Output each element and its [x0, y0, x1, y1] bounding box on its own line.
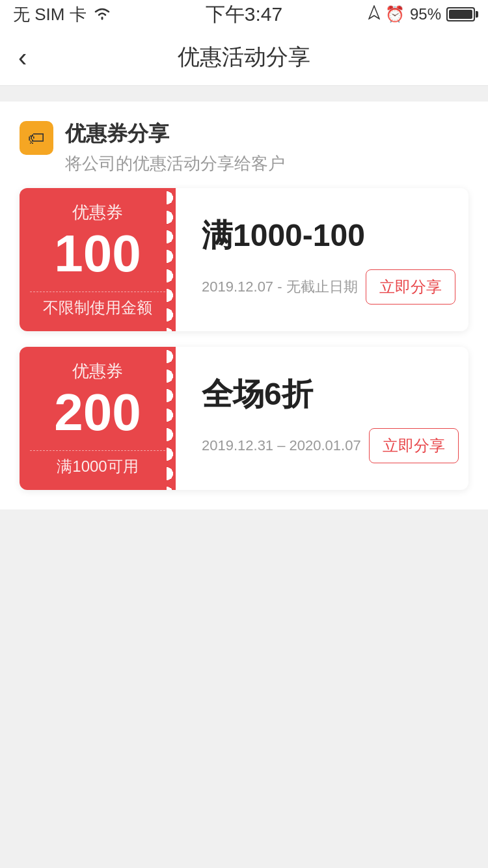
section-icon: 🏷 — [20, 121, 53, 155]
section-subtitle: 将公司的优惠活动分享给客户 — [65, 152, 285, 175]
coupon-date-1: 2019.12.07 - 无截止日期 — [202, 277, 358, 297]
coupon-right-1: 满1000-100 2019.12.07 - 无截止日期 立即分享 — [176, 188, 468, 331]
coupon-condition-2: 满1000可用 — [57, 456, 138, 477]
coupon-date-2: 2019.12.31 – 2020.01.07 — [202, 437, 361, 454]
coupon-card-1: 优惠券 100 不限制使用金额 满1000-100 2019.12.07 - 无… — [20, 188, 468, 331]
location-icon — [368, 5, 380, 23]
share-button-2[interactable]: 立即分享 — [369, 428, 459, 463]
page-title: 优惠活动分享 — [178, 42, 310, 72]
share-button-1[interactable]: 立即分享 — [366, 269, 455, 305]
coupon-footer-2: 2019.12.31 – 2020.01.07 立即分享 — [202, 428, 450, 463]
section-text-group: 优惠券分享 将公司的优惠活动分享给客户 — [65, 120, 285, 175]
coupon-divider-2 — [30, 450, 165, 451]
coupon-footer-1: 2019.12.07 - 无截止日期 立即分享 — [202, 269, 450, 305]
coupon-title-2: 全场6折 — [202, 373, 450, 415]
coupon-amount-1: 100 — [54, 228, 141, 280]
carrier-text: 无 SIM 卡 — [13, 3, 87, 26]
section-gap-top — [0, 86, 488, 102]
status-left: 无 SIM 卡 — [13, 3, 111, 26]
coupon-divider-1 — [30, 292, 165, 292]
nav-bar: ‹ 优惠活动分享 — [0, 29, 488, 86]
back-button[interactable]: ‹ — [18, 44, 27, 70]
coupon-right-2: 全场6折 2019.12.31 – 2020.01.07 立即分享 — [176, 347, 468, 490]
coupon-label-1: 优惠券 — [72, 201, 123, 224]
coupon-amount-2: 200 — [54, 387, 141, 439]
battery-icon — [446, 7, 475, 21]
coupon-list: 优惠券 100 不限制使用金额 满1000-100 2019.12.07 - 无… — [0, 188, 488, 509]
section-header: 🏷 优惠券分享 将公司的优惠活动分享给客户 — [0, 102, 488, 188]
bottom-empty-area — [0, 509, 488, 868]
status-time: 下午3:47 — [206, 1, 282, 28]
coupon-card-2: 优惠券 200 满1000可用 全场6折 2019.12.31 – 2020.0… — [20, 347, 468, 490]
alarm-icon: ⏰ — [385, 5, 405, 23]
status-right: ⏰ 95% — [368, 5, 475, 23]
status-bar: 无 SIM 卡 下午3:47 ⏰ 95% — [0, 0, 488, 29]
coupon-left-2: 优惠券 200 满1000可用 — [20, 347, 176, 490]
battery-text: 95% — [410, 5, 441, 23]
section-title: 优惠券分享 — [65, 120, 285, 148]
wifi-icon — [93, 5, 111, 25]
coupon-title-1: 满1000-100 — [202, 215, 450, 256]
coupon-left-1: 优惠券 100 不限制使用金额 — [20, 188, 176, 331]
coupon-condition-1: 不限制使用金额 — [43, 297, 152, 318]
coupon-label-2: 优惠券 — [72, 360, 123, 383]
